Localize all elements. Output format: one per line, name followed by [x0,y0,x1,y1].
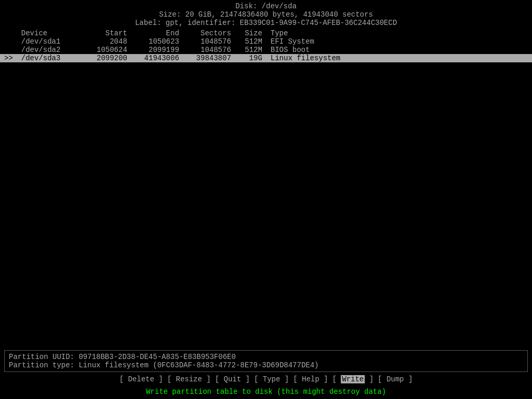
table-row[interactable]: >>/dev/sda32099200419430063984380719GLin… [0,54,532,62]
menu-bracket-right: ] [365,375,374,383]
status-bar: Write partition table to disk (this migh… [0,385,532,399]
row-start: 2099200 [79,54,131,62]
menu-bracket-left: [ [332,375,341,383]
menu-bracket-left: [ [167,375,176,383]
table-row[interactable]: /dev/sda1204810506231048576512MEFI Syste… [0,37,532,46]
marker-col-header [0,29,17,37]
menu-bracket-left: [ [378,375,387,383]
menu-item-write[interactable]: [ Write ] [330,375,376,383]
row-marker [0,37,17,46]
disk-size-line: Size: 20 GiB, 21474836480 bytes, 4194304… [0,10,532,19]
row-sectors: 39843807 [183,54,235,62]
menu-bracket-right: ] [241,375,250,383]
col-header-start: Start [79,29,131,37]
row-device: /dev/sda3 [17,54,79,62]
menu-label: Write [341,375,365,383]
menu-item-resize[interactable]: [ Resize ] [165,375,213,383]
menu-bracket-left: [ [119,375,128,383]
menu-label: Resize [176,375,202,383]
partition-table: Device Start End Sectors Size Type /dev/… [0,29,532,62]
table-row[interactable]: /dev/sda2105062420991991048576512MBIOS b… [0,46,532,54]
disk-title: Disk: /dev/sda [0,2,532,10]
menu-bar: [ Delete ] [ Resize ] [ Quit ] [ Type ] … [0,372,532,385]
main-container: Disk: /dev/sda Size: 20 GiB, 21474836480… [0,0,532,399]
row-end: 41943006 [131,54,183,62]
row-type: EFI System [267,37,532,46]
col-header-size: Size [235,29,267,37]
row-start: 1050624 [79,46,131,54]
col-header-device: Device [17,29,79,37]
row-type: BIOS boot [267,46,532,54]
menu-label: Delete [128,375,154,383]
row-end: 2099199 [131,46,183,54]
status-text: Write partition table to disk (this migh… [146,388,386,396]
menu-bracket-right: ] [404,375,413,383]
menu-bracket-right: ] [320,375,328,383]
menu-item-help[interactable]: [ Help ] [291,375,330,383]
menu-label: Help [302,375,320,383]
bottom-area: Partition UUID: 09718BB3-2D38-DE45-A835-… [0,350,532,399]
partition-uuid: Partition UUID: 09718BB3-2D38-DE45-A835-… [9,353,523,361]
menu-label: Type [263,375,281,383]
menu-label: Quit [224,375,242,383]
menu-item-delete[interactable]: [ Delete ] [117,375,165,383]
partition-info-box: Partition UUID: 09718BB3-2D38-DE45-A835-… [4,350,528,372]
menu-bracket-right: ] [202,375,211,383]
menu-item-quit[interactable]: [ Quit ] [213,375,252,383]
menu-label: Dump [387,375,404,383]
menu-bracket-left: [ [215,375,224,383]
row-size: 19G [235,54,267,62]
row-sectors: 1048576 [183,37,235,46]
row-size: 512M [235,46,267,54]
row-sectors: 1048576 [183,46,235,54]
row-marker [0,46,17,54]
partition-type: Partition type: Linux filesystem (0FC63D… [9,361,523,369]
disk-info: Disk: /dev/sda Size: 20 GiB, 21474836480… [0,0,532,28]
menu-bracket-left: [ [293,375,302,383]
partition-table-area: Device Start End Sectors Size Type /dev/… [0,28,532,399]
menu-item-type[interactable]: [ Type ] [252,375,291,383]
menu-bracket-right: ] [154,375,163,383]
col-header-type: Type [267,29,532,37]
row-end: 1050623 [131,37,183,46]
row-marker: >> [0,54,17,62]
row-device: /dev/sda2 [17,46,79,54]
col-header-end: End [131,29,183,37]
row-type: Linux filesystem [267,54,532,62]
row-start: 2048 [79,37,131,46]
menu-bracket-left: [ [254,375,263,383]
disk-label-line: Label: gpt, identifier: EB339C01-9A99-C7… [0,19,532,27]
menu-item-dump[interactable]: [ Dump ] [376,375,415,383]
row-size: 512M [235,37,267,46]
partition-rows: /dev/sda1204810506231048576512MEFI Syste… [0,37,532,62]
row-device: /dev/sda1 [17,37,79,46]
menu-bracket-right: ] [280,375,289,383]
col-header-sectors: Sectors [183,29,235,37]
